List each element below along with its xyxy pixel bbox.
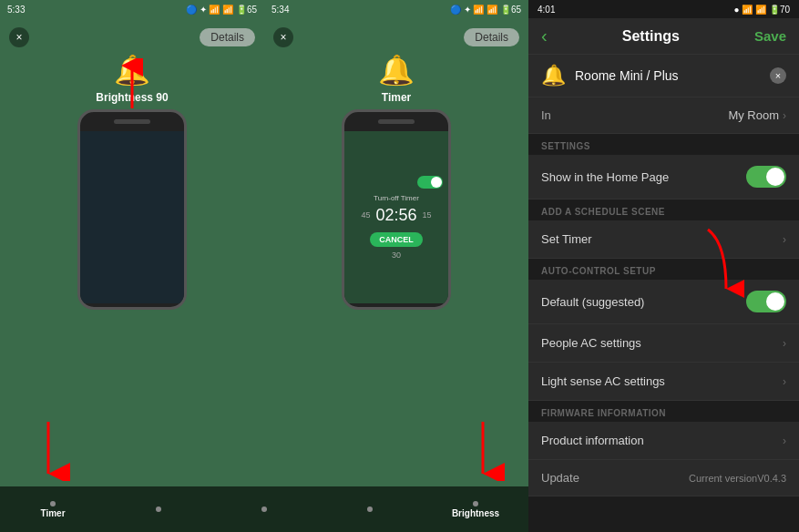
tab-dot-5 bbox=[473, 501, 478, 506]
device-icon-settings: 🔔 bbox=[541, 64, 566, 87]
people-ac-chevron-icon: › bbox=[783, 337, 786, 350]
show-home-page-label: Show in the Home Page bbox=[541, 170, 669, 184]
in-label: In bbox=[541, 108, 551, 122]
cancel-button[interactable]: CANCEL bbox=[370, 232, 423, 247]
in-value: My Room bbox=[728, 108, 779, 122]
timer-right-num: 15 bbox=[423, 210, 432, 220]
light-sense-chevron-icon: › bbox=[783, 375, 786, 388]
tab-label-brightness: Brightness bbox=[452, 508, 499, 518]
details-button-1[interactable]: Details bbox=[200, 28, 255, 46]
tab-indicator-4 bbox=[367, 506, 373, 512]
timer-display: 02:56 bbox=[375, 206, 416, 225]
light-sense-ac-row[interactable]: Light sense AC settings › bbox=[528, 363, 799, 401]
default-suggested-toggle[interactable] bbox=[746, 291, 786, 312]
arrow-down-brightness-icon bbox=[460, 417, 506, 481]
status-icons-left2: 🔵 ✦ 📶 📶 🔋65 bbox=[450, 5, 521, 15]
people-ac-row[interactable]: People AC settings › bbox=[528, 324, 799, 363]
arrow-up-icon bbox=[118, 58, 146, 113]
update-value: Current versionV0.4.3 bbox=[689, 473, 786, 484]
set-timer-label: Set Timer bbox=[541, 232, 592, 246]
status-time-right: 4:01 bbox=[538, 5, 555, 15]
firmware-section-header: FIRMWARE INFORMATION bbox=[528, 401, 799, 422]
device-label-2: Timer bbox=[382, 91, 411, 104]
phone-frame-1 bbox=[77, 109, 187, 310]
status-time-left2: 5:34 bbox=[271, 5, 289, 15]
timer-title-small: Turn-off Timer bbox=[374, 194, 419, 202]
settings-content: 🔔 × In My Room › SETTINGS Show in the Ho… bbox=[528, 55, 799, 532]
people-ac-label: People AC settings bbox=[541, 336, 641, 350]
auto-control-section-header: AUTO-CONTROL SETUP bbox=[528, 259, 799, 280]
tab-indicator-2 bbox=[156, 506, 161, 512]
tab-label-timer: Timer bbox=[40, 508, 65, 518]
tab-dot-3[interactable] bbox=[211, 503, 317, 516]
show-home-page-row: Show in the Home Page bbox=[528, 155, 799, 200]
auto-control-section-title: AUTO-CONTROL SETUP bbox=[541, 266, 786, 276]
phone-frame-2: Turn-off Timer 45 02:56 15 CANCEL 30 bbox=[342, 109, 451, 310]
status-icons-right: ● 📶 📶 🔋70 bbox=[734, 5, 791, 15]
device-name-row: 🔔 × bbox=[528, 55, 799, 97]
arrow-down-timer-icon bbox=[26, 417, 71, 481]
in-row: In My Room › bbox=[528, 97, 799, 134]
settings-section-title: SETTINGS bbox=[541, 141, 786, 151]
update-label: Update bbox=[541, 471, 579, 485]
settings-panel: 4:01 ● 📶 📶 🔋70 ‹ Settings Save 🔔 × In My… bbox=[528, 0, 799, 532]
status-icons-left1: 🔵 ✦ 📶 📶 🔋65 bbox=[186, 5, 257, 15]
details-button-2[interactable]: Details bbox=[464, 28, 519, 46]
product-info-chevron-icon: › bbox=[783, 435, 786, 447]
tab-dot-4[interactable] bbox=[317, 503, 423, 516]
in-chevron-icon: › bbox=[783, 109, 786, 122]
close-button-1[interactable]: × bbox=[9, 27, 29, 47]
clear-input-button[interactable]: × bbox=[770, 67, 786, 84]
product-info-label: Product information bbox=[541, 434, 644, 447]
bottom-tabs: Timer Brightness bbox=[0, 486, 528, 532]
tab-dot-2[interactable] bbox=[106, 503, 211, 516]
default-suggested-row: Default (suggested) bbox=[528, 280, 799, 324]
settings-title: Settings bbox=[622, 28, 680, 45]
device-name-input[interactable] bbox=[575, 68, 761, 83]
tab-timer[interactable]: Timer bbox=[0, 497, 106, 522]
tab-dot-1 bbox=[50, 501, 56, 506]
set-timer-row[interactable]: Set Timer › bbox=[528, 220, 799, 259]
default-suggested-label: Default (suggested) bbox=[541, 295, 644, 309]
settings-header: ‹ Settings Save bbox=[528, 18, 799, 55]
back-button[interactable]: ‹ bbox=[541, 26, 548, 46]
schedule-section-title: ADD A SCHEDULE SCENE bbox=[541, 207, 786, 217]
tab-brightness[interactable]: Brightness bbox=[423, 497, 528, 522]
product-info-row[interactable]: Product information › bbox=[528, 422, 799, 460]
show-home-page-toggle[interactable] bbox=[746, 166, 786, 188]
timer-left-num: 45 bbox=[361, 210, 370, 220]
close-button-2[interactable]: × bbox=[273, 27, 293, 47]
status-time-left1: 5:33 bbox=[7, 5, 25, 15]
save-button[interactable]: Save bbox=[754, 28, 786, 44]
timer-below-num: 30 bbox=[392, 251, 401, 260]
update-row: Update Current versionV0.4.3 bbox=[528, 460, 799, 496]
settings-section-header: SETTINGS bbox=[528, 134, 799, 155]
schedule-section-header: ADD A SCHEDULE SCENE bbox=[528, 200, 799, 220]
set-timer-chevron-icon: › bbox=[783, 233, 786, 246]
mini-toggle bbox=[417, 176, 443, 189]
tab-indicator-3 bbox=[261, 506, 267, 512]
light-sense-ac-label: Light sense AC settings bbox=[541, 374, 665, 388]
device-icon-2: 🔔 bbox=[378, 53, 415, 87]
firmware-section-title: FIRMWARE INFORMATION bbox=[541, 408, 786, 418]
